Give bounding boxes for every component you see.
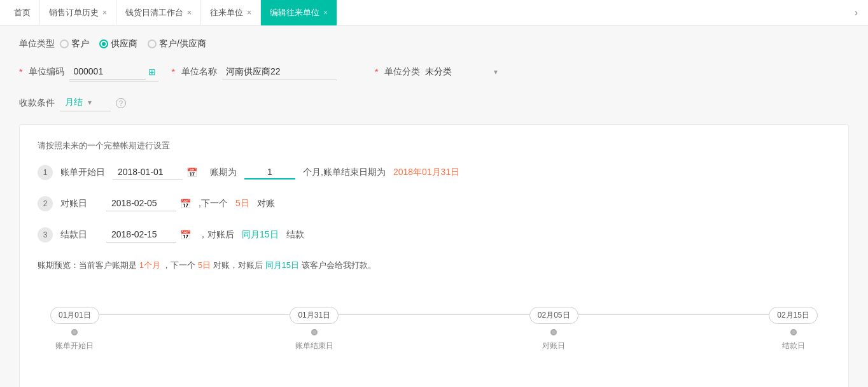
- preview-part1: 1个月: [139, 260, 160, 270]
- timeline-label-2: 账单结束日: [295, 341, 333, 351]
- preview-part3: 同月15日: [265, 260, 299, 270]
- period-prefix: 账期为: [210, 167, 237, 178]
- unit-name-label: 单位名称: [181, 66, 217, 78]
- payment-reconcile-prefix: ，对账后: [199, 229, 234, 241]
- reconcile-suffix: 对账: [257, 198, 275, 209]
- timeline-point-2: 01月31日 账单结束日: [290, 307, 339, 351]
- radio-customer-label: 客户: [71, 38, 89, 50]
- payment-dropdown[interactable]: 月结 ▾: [60, 94, 111, 111]
- radio-customer[interactable]: 客户: [60, 38, 89, 50]
- timeline-point-1: 01月01日 账单开始日: [50, 307, 99, 351]
- preview-text: 账期预览：当前客户账期是 1个月 ，下一个 5日 对账，对账后 同月15日 该客…: [38, 258, 830, 272]
- date-field-2: 📅: [106, 195, 191, 211]
- period-input[interactable]: [244, 165, 295, 179]
- preview-sep1: ，下一个: [162, 260, 195, 270]
- settings-card: 请按照未来的一个完整帐期进行设置 1 账单开始日 📅 账期为 个月,账单结束日期…: [19, 124, 849, 387]
- unit-code-required: *: [19, 67, 22, 77]
- tab-sales-history[interactable]: 销售订单历史 ×: [40, 0, 116, 25]
- setting-row-3: 3 结款日 📅 ，对账后 同月15日 结款: [38, 227, 830, 243]
- preview-part2: 5日: [198, 260, 211, 270]
- tab-partner-unit-close[interactable]: ×: [247, 8, 251, 17]
- tab-edit-partner-close[interactable]: ×: [323, 8, 328, 17]
- unit-class-group: * 单位分类 未分类 ▾: [375, 66, 540, 78]
- date-input-3[interactable]: [106, 227, 176, 243]
- unit-name-group: * 单位名称: [171, 64, 336, 80]
- timeline-point-3: 02月05日 对账日: [529, 307, 578, 351]
- radio-customer-circle: [60, 39, 69, 48]
- unit-info-row: * 单位编码 ⊞ * 单位名称 * 单位分类 未分类 ▾: [19, 62, 849, 81]
- timeline-container: 01月01日 账单开始日 01月31日 账单结束日 02月05日 对账日: [38, 288, 830, 377]
- page-content: 单位类型 客户 供应商 客户/供应商 * 单位编码: [0, 25, 868, 387]
- unit-type-row: 单位类型 客户 供应商 客户/供应商: [19, 38, 849, 50]
- tab-sales-history-close[interactable]: ×: [102, 8, 107, 17]
- row-label-1: 账单开始日: [60, 167, 105, 178]
- date-field-1: 📅: [113, 164, 197, 180]
- help-icon[interactable]: ?: [116, 98, 126, 108]
- setting-row-1: 1 账单开始日 📅 账期为 个月,账单结束日期为 2018年01月31日: [38, 164, 830, 180]
- tabs-expand-button[interactable]: ›: [850, 7, 863, 18]
- tab-home-label: 首页: [14, 7, 31, 18]
- tab-edit-partner-label: 编辑往来单位: [270, 7, 319, 18]
- calendar-icon-3[interactable]: 📅: [180, 230, 191, 240]
- calendar-icon-2[interactable]: 📅: [180, 199, 191, 209]
- timeline-dot-2: [311, 329, 318, 335]
- tab-sales-history-label: 销售订单历史: [49, 7, 99, 18]
- timeline-badge-2: 01月31日: [290, 307, 339, 324]
- tab-partner-unit-label: 往来单位: [210, 7, 243, 18]
- unit-type-label: 单位类型: [19, 38, 55, 50]
- chevron-down-icon: ▾: [494, 67, 498, 76]
- unit-class-dropdown[interactable]: 未分类 ▾: [425, 66, 540, 78]
- unit-code-copy-icon[interactable]: ⊞: [146, 67, 158, 77]
- payment-label: 收款条件: [19, 97, 55, 109]
- date-input-2[interactable]: [106, 195, 176, 211]
- payment-day: 同月15日: [242, 229, 279, 241]
- unit-class-label: 单位分类: [384, 66, 420, 78]
- unit-name-input[interactable]: [222, 64, 337, 80]
- row-label-3: 结款日: [60, 229, 99, 241]
- payment-suffix: 结款: [286, 229, 304, 241]
- calendar-icon-1[interactable]: 📅: [186, 167, 197, 178]
- radio-both-label: 客户/供应商: [159, 38, 206, 50]
- timeline-label-3: 对账日: [542, 341, 565, 351]
- timeline-badge-3: 02月05日: [529, 307, 578, 324]
- timeline-label-4: 结款日: [782, 341, 805, 351]
- unit-code-group: * 单位编码 ⊞: [19, 62, 158, 81]
- period-suffix: 个月,账单结束日期为: [303, 167, 386, 178]
- radio-both[interactable]: 客户/供应商: [148, 38, 206, 50]
- row-number-2: 2: [38, 196, 53, 211]
- timeline-badge-4: 02月15日: [769, 307, 818, 324]
- timeline-badge-1: 01月01日: [50, 307, 99, 324]
- date-field-3: 📅: [106, 227, 191, 243]
- date-input-1[interactable]: [113, 164, 183, 180]
- tab-cash-clearing-close[interactable]: ×: [187, 8, 192, 17]
- payment-value: 月结: [65, 97, 83, 108]
- payment-row: 收款条件 月结 ▾ ?: [19, 94, 849, 111]
- unit-code-input[interactable]: [69, 64, 146, 80]
- preview-label: 账期预览：当前客户账期是: [38, 260, 137, 270]
- tab-partner-unit[interactable]: 往来单位 ×: [201, 0, 261, 25]
- unit-type-radio-group: 客户 供应商 客户/供应商: [60, 38, 206, 50]
- timeline-dot-3: [550, 329, 557, 335]
- timeline-label-1: 账单开始日: [55, 341, 94, 351]
- row-number-3: 3: [38, 227, 53, 243]
- preview-end: 该客户会给我打款。: [302, 260, 376, 270]
- payment-group: 收款条件 月结 ▾ ?: [19, 94, 126, 111]
- unit-type-group: 单位类型 客户 供应商 客户/供应商: [19, 38, 206, 50]
- card-subtitle: 请按照未来的一个完整帐期进行设置: [38, 140, 830, 151]
- radio-supplier[interactable]: 供应商: [99, 38, 137, 50]
- tab-cash-clearing-label: 钱货日清工作台: [125, 7, 183, 18]
- period-end-date: 2018年01月31日: [393, 167, 459, 178]
- timeline-points: 01月01日 账单开始日 01月31日 账单结束日 02月05日 对账日: [50, 307, 818, 351]
- radio-supplier-label: 供应商: [111, 38, 137, 50]
- setting-row-2: 2 对账日 📅 ,下一个 5日 对账: [38, 195, 830, 211]
- timeline-dot-1: [71, 329, 78, 335]
- tab-cash-clearing[interactable]: 钱货日清工作台 ×: [116, 0, 201, 25]
- timeline-dot-4: [790, 329, 797, 335]
- tab-home[interactable]: 首页: [5, 0, 40, 25]
- tab-edit-partner[interactable]: 编辑往来单位 ×: [261, 0, 337, 25]
- reconcile-prefix: ,下一个: [199, 198, 228, 209]
- unit-class-value: 未分类: [425, 66, 452, 78]
- unit-class-required: *: [375, 67, 378, 77]
- reconcile-day: 5日: [235, 198, 249, 209]
- tabs-bar: 首页 销售订单历史 × 钱货日清工作台 × 往来单位 × 编辑往来单位 × ›: [0, 0, 868, 25]
